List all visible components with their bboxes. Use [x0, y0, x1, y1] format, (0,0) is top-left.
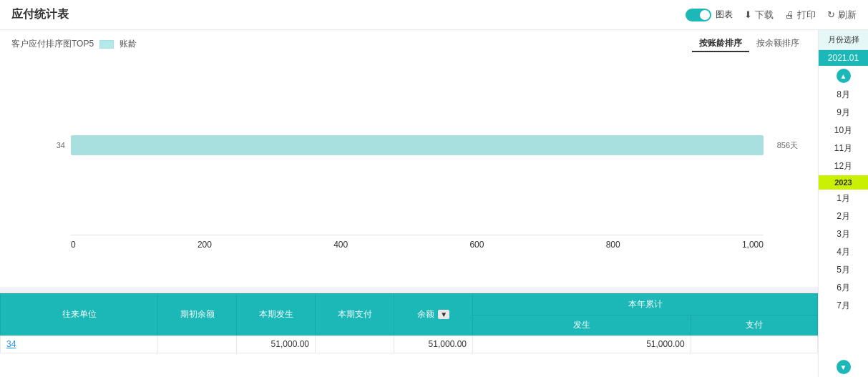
- print-icon: 🖨: [785, 9, 794, 20]
- unit-link[interactable]: 34: [6, 339, 16, 349]
- up-arrow-icon[interactable]: ▲: [837, 69, 851, 83]
- col-payment-header: 本期支付: [316, 294, 394, 336]
- download-button[interactable]: ⬇ 下载: [744, 9, 774, 21]
- chart-header: 客户应付排序图TOP5 账龄 按账龄排序 按余额排序: [0, 30, 818, 58]
- col-unit-header: 往来单位: [1, 294, 158, 336]
- bar-row: 34 856天: [47, 135, 764, 155]
- col-ytd-header: 本年累计: [473, 294, 818, 315]
- sidebar-month-11[interactable]: 11月: [819, 139, 868, 157]
- table-section: 往来单位 期初余额 本期发生 本期支付 余额 ▼ 本年累计 发生: [0, 293, 818, 353]
- bar-end-label: 856天: [777, 140, 798, 151]
- sidebar-month-8[interactable]: 8月: [819, 86, 868, 104]
- sidebar-month-12[interactable]: 12月: [819, 157, 868, 175]
- sort-tabs: 按账龄排序 按余额排序: [692, 36, 806, 52]
- section-divider: [0, 287, 818, 293]
- x-label-200: 200: [198, 240, 212, 250]
- sidebar-month-6[interactable]: 6月: [819, 279, 868, 297]
- x-axis-line: [71, 235, 764, 235]
- sort-tab-balance[interactable]: 按余额排序: [749, 36, 806, 52]
- print-label: 打印: [797, 9, 816, 21]
- col-occurrence-header: 本期发生: [237, 294, 316, 336]
- sidebar-month-1[interactable]: 1月: [819, 190, 868, 207]
- sidebar-month-10[interactable]: 10月: [819, 122, 868, 139]
- sidebar-month-5[interactable]: 5月: [819, 261, 868, 279]
- x-label-1000: 1,000: [742, 240, 764, 250]
- cell-balance: 51,000.00: [394, 336, 473, 353]
- col-opening-header: 期初余额: [158, 294, 237, 336]
- sidebar-month-3[interactable]: 3月: [819, 225, 868, 243]
- sidebar-nav-up[interactable]: ▲: [819, 66, 868, 86]
- chart-legend: 客户应付排序图TOP5 账龄: [11, 38, 137, 50]
- data-table: 往来单位 期初余额 本期发生 本期支付 余额 ▼ 本年累计 发生: [0, 293, 818, 353]
- down-arrow-icon[interactable]: ▼: [837, 360, 851, 374]
- x-label-600: 600: [469, 240, 484, 250]
- legend-text: 客户应付排序图TOP5: [11, 38, 94, 50]
- sidebar-month-2[interactable]: 2月: [819, 207, 868, 225]
- download-icon: ⬇: [744, 9, 752, 20]
- bar-fill: 856天: [71, 135, 764, 155]
- sidebar-month-9[interactable]: 9月: [819, 104, 868, 122]
- x-label-0: 0: [71, 240, 76, 250]
- refresh-label: 刷新: [838, 9, 857, 21]
- x-label-800: 800: [606, 240, 620, 250]
- col-ytd-occurrence-header: 发生: [473, 315, 691, 336]
- download-label: 下载: [755, 9, 774, 21]
- sidebar-current-date: 2021.01: [819, 50, 868, 66]
- col-balance-header: 余额 ▼: [394, 294, 473, 336]
- table-header-row: 往来单位 期初余额 本期发生 本期支付 余额 ▼ 本年累计: [1, 294, 818, 315]
- chart-toggle-label: 图表: [716, 9, 733, 21]
- cell-ytd-payment: [691, 336, 817, 353]
- cell-occurrence: 51,000.00: [237, 336, 316, 353]
- cell-ytd-occurrence: 51,000.00: [473, 336, 691, 353]
- legend-box: [99, 40, 114, 49]
- cell-unit: 34: [1, 336, 158, 353]
- page-title: 应付统计表: [11, 7, 69, 22]
- balance-filter-icon[interactable]: ▼: [438, 310, 449, 319]
- header-actions: 图表 ⬇ 下载 🖨 打印 ↻ 刷新: [686, 9, 857, 21]
- sidebar-nav-down[interactable]: ▼: [819, 357, 868, 377]
- bar-label: 34: [47, 141, 65, 150]
- sort-tab-age[interactable]: 按账龄排序: [692, 36, 749, 52]
- x-axis: 0 200 400 600 800 1,000: [71, 240, 764, 250]
- sidebar-header: 月份选择: [819, 30, 868, 50]
- col-ytd-payment-header: 支付: [691, 315, 817, 336]
- legend-label: 账龄: [120, 38, 137, 50]
- refresh-icon: ↻: [827, 9, 835, 20]
- cell-payment: [316, 336, 394, 353]
- cell-opening: [158, 336, 237, 353]
- sidebar-year-2023[interactable]: 2023: [819, 175, 868, 190]
- chart-toggle-wrap[interactable]: 图表: [686, 9, 733, 21]
- sidebar-months: 8月 9月 10月 11月 12月 2023 1月 2月 3月 4月 5月 6月…: [819, 86, 868, 357]
- header: 应付统计表 图表 ⬇ 下载 🖨 打印 ↻ 刷新: [0, 0, 868, 30]
- x-label-400: 400: [333, 240, 348, 250]
- refresh-button[interactable]: ↻ 刷新: [827, 9, 857, 21]
- chart-section: 客户应付排序图TOP5 账龄 按账龄排序 按余额排序 34 856天: [0, 30, 818, 377]
- sidebar-month-7[interactable]: 7月: [819, 297, 868, 315]
- chart-toggle[interactable]: [686, 9, 711, 21]
- table-row: 34 51,000.00 51,000.00 51,000.00: [1, 336, 818, 353]
- sidebar-month-4[interactable]: 4月: [819, 243, 868, 261]
- chart-inner: 34 856天 0 200 400 600 800: [11, 64, 806, 257]
- print-button[interactable]: 🖨 打印: [785, 9, 816, 21]
- chart-area: 34 856天 0 200 400 600 800: [0, 58, 818, 287]
- sidebar: 月份选择 2021.01 ▲ 8月 9月 10月 11月 12月 2023 1月…: [818, 30, 868, 377]
- main-content: 客户应付排序图TOP5 账龄 按账龄排序 按余额排序 34 856天: [0, 30, 868, 377]
